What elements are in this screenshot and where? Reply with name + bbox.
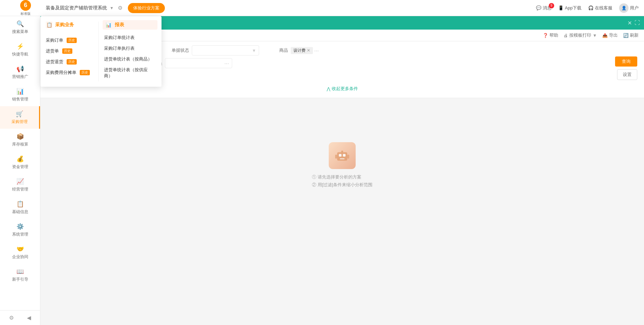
svg-rect-2 (343, 154, 346, 157)
query-btn[interactable]: 查询 (615, 56, 637, 67)
voucher-status-select[interactable]: ▼ (192, 45, 259, 55)
sidebar-item-nav[interactable]: ⚡ 快捷导航 (0, 39, 40, 61)
user-label: 用户 (630, 5, 639, 11)
sidebar-item-purchase[interactable]: 🛒 采购管理 (0, 106, 40, 129)
sidebar-label-finance: 资金管理 (12, 164, 28, 170)
menu-item-return[interactable]: 进货退货 历史 (46, 56, 98, 67)
sidebar-item-operations[interactable]: 📈 经营管理 (0, 174, 40, 196)
sidebar-collapse-icon[interactable]: ◀ (27, 315, 31, 321)
purchase-col-icon: 📋 (46, 22, 52, 28)
goods-label: 商品 (271, 47, 288, 53)
help-icon: ❓ (543, 33, 548, 38)
logo-area: 6 标准版 (5, 0, 46, 16)
app-download-item[interactable]: 📱 App下载 (558, 5, 581, 11)
inbound-label: 进货单 (46, 48, 59, 54)
message-badge: 9 (549, 3, 554, 8)
salesman-select[interactable]: ··· (165, 58, 232, 68)
gear-icon[interactable]: ⚙ (118, 5, 122, 11)
goods-more[interactable]: ··· (314, 48, 319, 53)
marketing-icon: 📢 (16, 65, 24, 73)
menu-item-expense[interactable]: 采购费用分摊单 历史 (46, 67, 98, 78)
refresh-label: 刷新 (630, 32, 639, 38)
history-badge-2: 历史 (67, 59, 77, 65)
svg-rect-0 (337, 152, 347, 161)
collapse-btn[interactable]: ⋀ 收起更多条件 (325, 84, 360, 94)
print-btn[interactable]: 🖨 按模板打印 ▼ (564, 32, 597, 38)
report-col-icon: 📊 (105, 22, 112, 28)
sidebar-label-sales: 销售管理 (12, 96, 28, 102)
menu-item-inbound-stats-goods[interactable]: 进货单统计表（按商品） (104, 54, 156, 65)
purchase-order-label: 采购订单 (46, 37, 63, 43)
sidebar-item-finance[interactable]: 💰 资金管理 (0, 151, 40, 174)
message-item[interactable]: 💬 消息 9 (536, 5, 551, 11)
tab-bar-right: ✕ ⛶ (628, 20, 644, 26)
menu-item-purchase-order[interactable]: 采购订单 历史 (46, 35, 98, 46)
search-icon: 🔍 (16, 20, 24, 28)
report-col-title: 报表 (115, 22, 124, 28)
industry-btn[interactable]: 体验行业方案 (128, 3, 165, 13)
menu-item-order-stats[interactable]: 采购订单统计表 (104, 32, 156, 43)
sidebar-settings-icon[interactable]: ⚙ (9, 315, 14, 321)
sidebar-item-guide[interactable]: 📖 新手引导 (0, 264, 40, 286)
purchase-col-title: 采购业务 (55, 22, 74, 28)
sidebar-item-system[interactable]: ⚙️ 系统管理 (0, 219, 40, 241)
sidebar-label-search: 搜索菜单 (12, 29, 28, 35)
avatar: 👤 (619, 3, 629, 13)
tab-close-btn[interactable]: ✕ (628, 20, 632, 26)
print-label: 按模板打印 (569, 32, 591, 38)
collapse-up-icon: ⋀ (327, 86, 330, 91)
export-icon: 📤 (602, 33, 608, 38)
online-service-label: 在线客服 (595, 5, 612, 11)
headset-icon: 🎧 (588, 5, 594, 10)
user-item[interactable]: 👤 用户 (619, 3, 639, 13)
empty-robot-icon (329, 142, 356, 169)
help-btn[interactable]: ❓ 帮助 (543, 32, 558, 38)
empty-text: ① 请先选择要分析的方案 ② 用[过滤]条件来缩小分析范围 (312, 173, 372, 189)
sales-icon: 📊 (16, 88, 24, 95)
menu-item-inbound[interactable]: 进货单 历史 (46, 46, 98, 56)
salesman-more[interactable]: ··· (224, 61, 229, 66)
voucher-status-dropdown: ▼ (252, 48, 256, 53)
phone-icon: 📱 (558, 5, 564, 10)
sidebar-item-search[interactable]: 🔍 搜索菜单 (0, 16, 40, 39)
sidebar-label-basic: 基础信息 (12, 209, 28, 215)
tab-expand-btn[interactable]: ⛶ (635, 20, 640, 26)
svg-rect-4 (341, 151, 343, 153)
report-column-header: 📊 报表 (103, 20, 158, 30)
message-icon: 💬 (536, 5, 541, 10)
menu-item-inbound-stats-supplier[interactable]: 进货单统计表（按供应商） (104, 65, 156, 81)
system-title-text: 装备及固定资产辅助管理系统 (46, 5, 107, 11)
sidebar-label-system: 系统管理 (12, 232, 28, 237)
collab-icon: 🤝 (16, 245, 24, 253)
export-btn[interactable]: 📤 导出 (602, 32, 618, 38)
sidebar-label-guide: 新手引导 (12, 277, 28, 282)
sidebar-item-marketing[interactable]: 📢 营销推广 (0, 61, 40, 84)
system-dropdown-arrow[interactable]: ▼ (110, 6, 114, 10)
refresh-btn[interactable]: 🔄 刷新 (623, 32, 639, 38)
menu-item-order-exec[interactable]: 采购订单执行表 (104, 43, 156, 54)
sidebar-item-sales[interactable]: 📊 销售管理 (0, 84, 40, 106)
sidebar-item-basic[interactable]: 📋 基础信息 (0, 196, 40, 219)
purchase-column-header: 📋 采购业务 (46, 22, 98, 31)
empty-hint2: ② 用[过滤]条件来缩小分析范围 (312, 181, 372, 189)
expense-label: 采购费用分摊单 (46, 70, 76, 76)
sidebar-label-operations: 经营管理 (12, 187, 28, 192)
refresh-icon: 🔄 (623, 33, 629, 38)
settings-btn[interactable]: 设置 (617, 69, 637, 80)
goods-tag: 设计费 ✕ (291, 47, 313, 54)
sidebar-bottom: ⚙ ◀ (0, 310, 40, 325)
sidebar: 🔍 搜索菜单 ⚡ 快捷导航 📢 营销推广 📊 销售管理 🛒 采购管理 📦 库存核… (0, 16, 40, 325)
app-download-label: App下载 (565, 5, 581, 11)
sidebar-item-collab[interactable]: 🤝 企业协同 (0, 241, 40, 264)
online-service-item[interactable]: 🎧 在线客服 (588, 5, 612, 11)
finance-icon: 💰 (16, 155, 24, 163)
svg-rect-5 (335, 155, 337, 159)
sidebar-item-inventory[interactable]: 📦 库存核算 (0, 129, 40, 151)
collapse-label: 收起更多条件 (332, 86, 358, 92)
print-icon: 🖨 (564, 33, 568, 38)
svg-rect-1 (339, 154, 342, 157)
dropdown-menu-inner: 📋 采购业务 采购订单 历史 进货单 历史 进货退货 历史 采购费用分摊单 历史 (40, 16, 162, 87)
goods-tag-close[interactable]: ✕ (307, 48, 310, 53)
history-badge-1: 历史 (62, 48, 72, 54)
top-bar: 6 标准版 装备及固定资产辅助管理系统 ▼ ⚙ 体验行业方案 💬 消息 9 📱 … (0, 0, 644, 16)
